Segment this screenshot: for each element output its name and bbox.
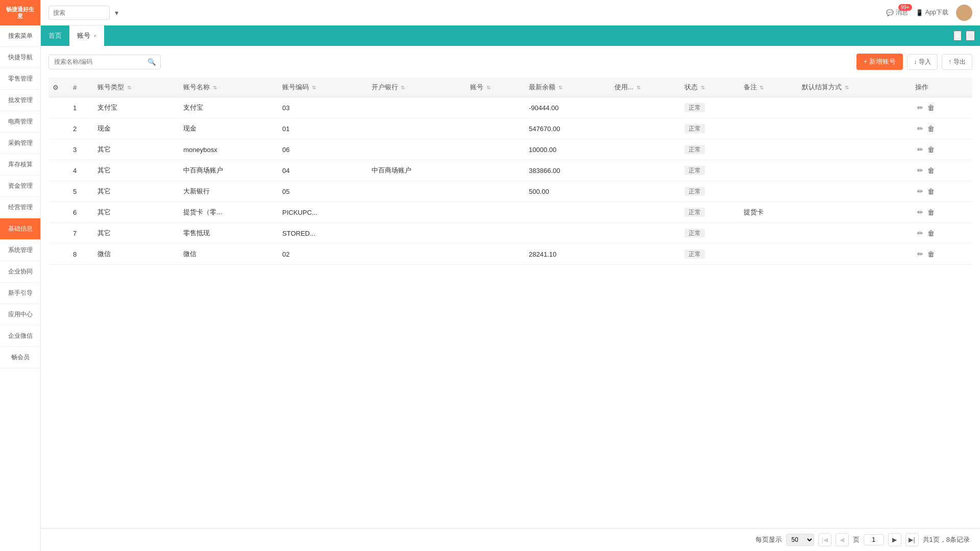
first-page-button[interactable]: |◀ — [818, 533, 831, 546]
name-cell: 提货卡（零... — [179, 202, 278, 223]
status-cell: 正常 — [680, 223, 739, 244]
edit-button[interactable]: ✏ — [915, 144, 925, 155]
sidebar-item-system-mgmt[interactable]: 系统管理 — [0, 240, 40, 261]
delete-button[interactable]: 🗑 — [925, 207, 937, 217]
remark-cell — [740, 97, 798, 118]
search-button[interactable]: 🔍 — [143, 55, 160, 69]
default-settlement-cell — [798, 181, 911, 202]
edit-button[interactable]: ✏ — [915, 228, 925, 238]
edit-button[interactable]: ✏ — [915, 165, 925, 176]
close-tab-button[interactable]: ✕ — [953, 31, 962, 41]
sidebar-item-fund-mgmt[interactable]: 资金管理 — [0, 176, 40, 197]
message-button[interactable]: 💬 消息 99+ — [886, 8, 908, 17]
account-col-header[interactable]: 账号 ⇅ — [466, 78, 525, 97]
sidebar-item-member[interactable]: 畅会员 — [0, 347, 40, 368]
app-download-label: App下载 — [925, 8, 948, 17]
type-col-header[interactable]: 账号类型 ⇅ — [93, 78, 179, 97]
fullscreen-button[interactable]: ⛶ — [966, 31, 975, 41]
table-row: 1支付宝支付宝03-90444.00正常✏🗑 — [48, 97, 972, 118]
export-icon: ↑ — [948, 58, 951, 65]
prev-page-button[interactable]: ◀ — [836, 533, 849, 546]
status-col-header[interactable]: 状态 ⇅ — [680, 78, 739, 97]
sidebar-item-ecommerce-mgmt[interactable]: 电商管理 — [0, 111, 40, 133]
delete-button[interactable]: 🗑 — [925, 123, 937, 134]
usage-cell — [610, 139, 680, 160]
page-input[interactable] — [864, 534, 884, 545]
name-col-header[interactable]: 账号名称 ⇅ — [179, 78, 278, 97]
remark-cell — [740, 139, 798, 160]
num-cell: 3 — [69, 139, 93, 160]
sidebar-item-new-guide[interactable]: 新手引导 — [0, 283, 40, 304]
sidebar-item-enterprise-agreement[interactable]: 企业协同 — [0, 261, 40, 283]
header-left: ▾ — [48, 6, 118, 20]
dropdown-button[interactable]: ▾ — [115, 9, 118, 17]
code-cell: 05 — [278, 181, 367, 202]
settings-col-header[interactable]: ⚙ — [48, 78, 69, 97]
add-account-button[interactable]: + 新增账号 — [856, 54, 903, 70]
next-page-button[interactable]: ▶ — [888, 533, 901, 546]
sidebar-item-quick-nav[interactable]: 快捷导航 — [0, 47, 40, 68]
sidebar-item-search-menu[interactable]: 搜索菜单 — [0, 26, 40, 47]
sidebar-item-purchase-mgmt[interactable]: 采购管理 — [0, 133, 40, 154]
type-cell: 其它 — [93, 202, 179, 223]
remark-cell — [740, 160, 798, 181]
delete-button[interactable]: 🗑 — [925, 249, 937, 259]
tab-close-icon[interactable]: × — [93, 33, 96, 39]
remark-col-header[interactable]: 备注 ⇅ — [740, 78, 798, 97]
status-badge: 正常 — [684, 187, 705, 196]
usage-cell — [610, 181, 680, 202]
last-page-button[interactable]: ▶| — [905, 533, 919, 546]
actions-col-header: 操作 — [911, 78, 972, 97]
edit-button[interactable]: ✏ — [915, 123, 925, 134]
sidebar-item-enterprise-wechat[interactable]: 企业微信 — [0, 325, 40, 347]
remark-cell — [740, 223, 798, 244]
delete-button[interactable]: 🗑 — [925, 144, 937, 155]
sidebar-item-wholesale-mgmt[interactable]: 批发管理 — [0, 90, 40, 111]
status-badge: 正常 — [684, 124, 705, 133]
sidebar-item-operation-mgmt[interactable]: 经营管理 — [0, 197, 40, 218]
code-col-header[interactable]: 账号编码 ⇅ — [278, 78, 367, 97]
bank-cell — [368, 139, 467, 160]
tab-account[interactable]: 账号 × — [69, 26, 104, 46]
delete-button[interactable]: 🗑 — [925, 228, 937, 238]
user-avatar[interactable] — [956, 5, 972, 21]
name-cell: 大新银行 — [179, 181, 278, 202]
bank-cell: 中百商场账户 — [368, 160, 467, 181]
account-cell — [466, 139, 525, 160]
num-col-header: # — [69, 78, 93, 97]
delete-button[interactable]: 🗑 — [925, 186, 937, 196]
edit-button[interactable]: ✏ — [915, 186, 925, 196]
delete-button[interactable]: 🗑 — [925, 165, 937, 176]
sidebar-item-retail-mgmt[interactable]: 零售管理 — [0, 68, 40, 90]
edit-button[interactable]: ✏ — [915, 249, 925, 259]
balance-col-header[interactable]: 最新余额 ⇅ — [525, 78, 610, 97]
tab-home[interactable]: 首页 — [41, 26, 69, 46]
usage-cell — [610, 223, 680, 244]
import-button[interactable]: ↓ 导入 — [907, 54, 938, 70]
sidebar-item-inventory-calc[interactable]: 库存核算 — [0, 154, 40, 176]
bank-col-header[interactable]: 开户银行 ⇅ — [368, 78, 467, 97]
sidebar-item-basic-info[interactable]: 基础信息 — [0, 218, 40, 240]
search-input[interactable] — [49, 55, 143, 68]
edit-button[interactable]: ✏ — [915, 103, 925, 113]
status-badge: 正常 — [684, 145, 705, 154]
default-settlement-col-header[interactable]: 默认结算方式 ⇅ — [798, 78, 911, 97]
delete-button[interactable]: 🗑 — [925, 103, 937, 113]
remark-cell — [740, 181, 798, 202]
usage-col-header[interactable]: 使用... ⇅ — [610, 78, 680, 97]
sidebar-item-app-center[interactable]: 应用中心 — [0, 304, 40, 325]
type-cell: 其它 — [93, 181, 179, 202]
actions-cell: ✏🗑 — [911, 223, 972, 244]
balance-cell: 10000.00 — [525, 139, 610, 160]
per-page-select[interactable]: 50 20 100 — [786, 534, 814, 546]
header-right: 💬 消息 99+ 📱 App下载 — [886, 5, 972, 21]
top-search-input[interactable] — [48, 6, 110, 20]
code-cell: 06 — [278, 139, 367, 160]
edit-button[interactable]: ✏ — [915, 207, 925, 217]
table-row: 7其它零售抵现STORED...正常✏🗑 — [48, 223, 972, 244]
actions-cell: ✏🗑 — [911, 118, 972, 139]
export-button[interactable]: ↑ 导出 — [942, 54, 972, 70]
actions-cell: ✏🗑 — [911, 181, 972, 202]
app-download-button[interactable]: 📱 App下载 — [916, 8, 948, 17]
status-badge: 正常 — [684, 208, 705, 217]
